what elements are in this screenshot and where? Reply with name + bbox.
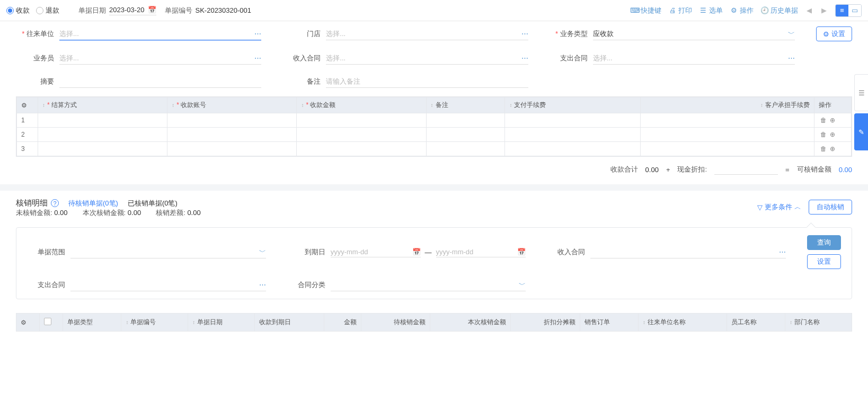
th2-dept[interactable]: 部门名称 (785, 314, 852, 332)
calendar-icon[interactable]: 📅 (517, 248, 526, 256)
print-action[interactable]: 🖨打印 (669, 6, 692, 15)
partner-input[interactable]: 选择... ⋯ (59, 28, 261, 40)
view-card-button[interactable]: ▭ (848, 5, 861, 16)
th2-amount[interactable]: 金额 (324, 314, 361, 332)
cell-remark[interactable] (426, 128, 505, 142)
store-placeholder: 选择... (326, 29, 346, 39)
diff-label: 核销差额: (156, 209, 185, 217)
remark-input[interactable]: 请输入备注 (326, 75, 528, 88)
radio-refund[interactable]: 退款 (36, 6, 59, 15)
add-row-icon[interactable]: ⊕ (830, 145, 835, 153)
select-doc-action[interactable]: ☰选单 (699, 6, 723, 15)
th2-pending[interactable]: 待核销金额 (361, 314, 430, 332)
shortcut-action[interactable]: ⌨快捷键 (631, 6, 661, 15)
side-tab-2[interactable]: ✎ (854, 113, 868, 150)
table-row[interactable]: 2🗑⊕ (17, 128, 852, 142)
cell-amount[interactable] (297, 128, 426, 142)
operate-action[interactable]: ⚙操作 (730, 6, 754, 15)
next-doc-button[interactable]: ▶ (820, 6, 828, 14)
view-list-button[interactable]: ≡ (836, 5, 848, 16)
cell-amount[interactable] (297, 113, 426, 128)
ellipsis-icon[interactable]: ⋯ (521, 54, 528, 62)
income-contract-input[interactable]: 选择... ⋯ (326, 52, 528, 65)
side-tab-1[interactable]: ☰ (854, 74, 868, 111)
th2-sales-order[interactable]: 销售订单 (580, 314, 638, 332)
filter-income-contract-input[interactable]: ⋯ (590, 246, 786, 258)
cell-remark[interactable] (426, 113, 505, 128)
cell-remark[interactable] (426, 142, 505, 156)
form-settings-button[interactable]: ⚙ 设置 (816, 26, 852, 41)
cell-fee[interactable] (505, 142, 641, 156)
due-date-to[interactable]: yyyy-mm-dd📅 (436, 247, 526, 257)
th-cust-fee[interactable]: 客户承担手续费 (641, 97, 814, 113)
doc-date-label: 单据日期 (78, 6, 106, 15)
cell-fee[interactable] (505, 113, 641, 128)
biztype-select[interactable]: 应收款 ﹀ (593, 28, 795, 40)
cell-settle-method[interactable] (38, 142, 167, 156)
th2-partner[interactable]: 往来单位名称 (639, 314, 727, 332)
radio-receipt[interactable]: 收款 (6, 6, 30, 15)
summary-input[interactable] (59, 75, 261, 88)
filter-expense-contract-input[interactable]: ⋯ (70, 279, 266, 291)
delete-row-icon[interactable]: 🗑 (820, 145, 827, 153)
ellipsis-icon[interactable]: ⋯ (254, 30, 261, 38)
delete-row-icon[interactable]: 🗑 (820, 117, 827, 124)
th2-doc-date[interactable]: 单据日期 (188, 314, 255, 332)
th-amount[interactable]: * 收款金额 (297, 97, 426, 113)
salesman-input[interactable]: 选择... ⋯ (59, 52, 261, 65)
doc-date-field[interactable]: 2023-03-20 📅 (109, 6, 156, 15)
contract-cat-field: 合同分类 ﹀ (287, 279, 526, 291)
th2-due-date[interactable]: 收款到期日 (255, 314, 324, 332)
th2-doc-no[interactable]: 单据编号 (121, 314, 188, 332)
th-remark[interactable]: 备注 (426, 97, 505, 113)
ellipsis-icon[interactable]: ⋯ (254, 54, 261, 62)
ellipsis-icon[interactable]: ⋯ (521, 30, 528, 38)
cell-settle-method[interactable] (38, 128, 167, 142)
store-input[interactable]: 选择... ⋯ (326, 28, 528, 40)
cell-cust-fee[interactable] (641, 142, 814, 156)
history-action[interactable]: 🕘历史单据 (761, 6, 798, 15)
cell-account[interactable] (167, 128, 297, 142)
grid2-gear-header[interactable]: ⚙ (16, 314, 40, 332)
th2-this[interactable]: 本次核销金额 (430, 314, 510, 332)
calendar-icon[interactable]: 📅 (148, 6, 156, 14)
table-row[interactable]: 1🗑⊕ (17, 113, 852, 128)
checkbox-icon[interactable] (44, 318, 51, 325)
th2-discount-share[interactable]: 折扣分摊额 (510, 314, 580, 332)
tab-done[interactable]: 已核销单据(0笔) (128, 199, 178, 208)
due-date-from[interactable]: yyyy-mm-dd📅 (331, 247, 421, 257)
more-filter-toggle[interactable]: ▽ 更多条件 ︿ (757, 202, 801, 212)
ellipsis-icon[interactable]: ⋯ (788, 54, 795, 62)
cell-settle-method[interactable] (38, 113, 167, 128)
ellipsis-icon[interactable]: ⋯ (259, 281, 266, 289)
cell-cust-fee[interactable] (641, 113, 814, 128)
discount-input[interactable] (714, 164, 778, 175)
query-button[interactable]: 查询 (807, 235, 841, 250)
ellipsis-icon[interactable]: ⋯ (779, 248, 786, 256)
th-settle-method[interactable]: * 结算方式 (38, 97, 167, 113)
table-row[interactable]: 3🗑⊕ (17, 142, 852, 156)
th-fee[interactable]: 支付手续费 (505, 97, 641, 113)
prev-doc-button[interactable]: ◀ (805, 6, 813, 14)
cell-cust-fee[interactable] (641, 128, 814, 142)
add-row-icon[interactable]: ⊕ (830, 131, 835, 138)
grid-gear-header[interactable]: ⚙ (17, 97, 38, 113)
cell-account[interactable] (167, 142, 297, 156)
expense-contract-input[interactable]: 选择... ⋯ (593, 52, 795, 65)
th2-doc-type[interactable]: 单据类型 (63, 314, 121, 332)
cell-account[interactable] (167, 113, 297, 128)
auto-writeoff-button[interactable]: 自动核销 (809, 200, 852, 215)
info-icon[interactable]: ? (51, 199, 59, 207)
grid2-check-header[interactable] (40, 314, 63, 332)
filter-settings-button[interactable]: 设置 (807, 254, 841, 269)
cell-fee[interactable] (505, 128, 641, 142)
delete-row-icon[interactable]: 🗑 (820, 131, 827, 138)
contract-cat-select[interactable]: ﹀ (331, 279, 526, 291)
th-account[interactable]: * 收款账号 (167, 97, 297, 113)
calendar-icon[interactable]: 📅 (412, 248, 421, 256)
th2-emp[interactable]: 员工名称 (727, 314, 785, 332)
add-row-icon[interactable]: ⊕ (830, 117, 835, 124)
cell-amount[interactable] (297, 142, 426, 156)
tab-pending[interactable]: 待核销单据(0笔) (68, 199, 118, 208)
doc-range-select[interactable]: ﹀ (70, 246, 266, 258)
